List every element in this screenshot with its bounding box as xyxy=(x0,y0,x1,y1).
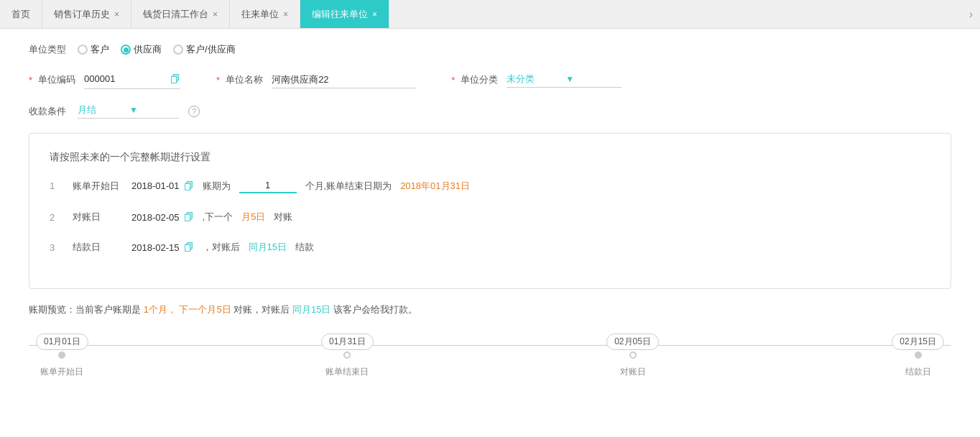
unit-code-input[interactable] xyxy=(84,70,170,87)
timeline-point-1: 01月01日 账单开始日 xyxy=(36,334,88,378)
preview-part3: 对账，对账后 xyxy=(234,304,290,315)
row-num-1: 1 xyxy=(50,180,64,191)
radio-circle-supplier xyxy=(121,45,131,55)
timeline-dot-2 xyxy=(343,351,351,359)
tab-partner-list-close[interactable]: × xyxy=(283,9,288,19)
timeline-dot-4 xyxy=(915,351,922,359)
unit-type-label: 单位类型 xyxy=(29,43,66,56)
tab-home[interactable]: 首页 xyxy=(0,0,42,28)
payment-terms-value: 月结 xyxy=(78,104,126,116)
payment-cal-icon[interactable]: 🗍 xyxy=(184,242,194,253)
radio-supplier[interactable]: 供应商 xyxy=(121,43,162,56)
radio-customer-label: 客户 xyxy=(91,43,109,56)
tab-sales-history-close[interactable]: × xyxy=(114,9,119,19)
unit-code-label: 单位编码 xyxy=(38,73,75,86)
timeline-badge-2: 01月31日 xyxy=(321,334,374,350)
unit-code-icon[interactable]: 🗍 xyxy=(170,73,180,85)
reconcile-date-wrap: 2018-02-05 🗍 xyxy=(131,211,194,223)
period-end-date: 2018年01月31日 xyxy=(400,180,470,193)
payment-desc-highlight: 同月15日 xyxy=(249,241,287,254)
preview-part1: 1个月， xyxy=(144,304,177,315)
row-label-1: 账单开始日 xyxy=(73,180,123,193)
preview-part5: 该客户会给我打款。 xyxy=(333,304,417,315)
preview-part4: 同月15日 xyxy=(292,304,330,315)
reconcile-row: 2 对账日 2018-02-05 🗍 ,下一个 月5日 对账 xyxy=(50,211,930,224)
tab-bar: 首页 销售订单历史 × 钱货日清工作台 × 往来单位 × 编辑往来单位 × › xyxy=(0,0,980,29)
timeline-dot-1 xyxy=(58,351,65,359)
radio-customer[interactable]: 客户 xyxy=(78,43,109,56)
radio-circle-customer xyxy=(78,45,88,55)
radio-both-label: 客户/供应商 xyxy=(186,43,236,56)
bill-start-cal-icon[interactable]: 🗍 xyxy=(184,180,194,192)
settings-section: 请按照未来的一个完整帐期进行设置 1 账单开始日 2018-01-01 🗍 账期… xyxy=(29,133,951,289)
row-label-2: 对账日 xyxy=(73,211,123,224)
timeline-point-2: 01月31日 账单结束日 xyxy=(321,334,374,378)
tab-edit-partner-close[interactable]: × xyxy=(372,9,377,19)
timeline-point-4: 02月15日 结款日 xyxy=(892,334,944,378)
tab-home-label: 首页 xyxy=(11,8,30,21)
reconcile-cal-icon[interactable]: 🗍 xyxy=(184,211,194,223)
period-unit-text: 个月,账单结束日期为 xyxy=(305,180,392,193)
unit-type-row: 单位类型 客户 供应商 客户/供应商 xyxy=(29,43,951,56)
radio-group-unit-type: 客户 供应商 客户/供应商 xyxy=(78,43,236,56)
reconcile-desc-post: 对账 xyxy=(274,211,292,224)
payment-desc-post: 结款 xyxy=(295,241,314,254)
bill-start-date-wrap: 2018-01-01 🗍 xyxy=(131,180,194,192)
payment-terms-label: 收款条件 xyxy=(29,105,66,118)
preview-section: 账期预览：当前客户账期是 1个月， 下一个月5日 对账，对账后 同月15日 该客… xyxy=(29,303,951,316)
tab-cash-work[interactable]: 钱货日清工作台 × xyxy=(131,0,230,28)
tab-sales-history-label: 销售订单历史 xyxy=(54,8,110,21)
timeline: 01月01日 账单开始日 01月31日 账单结束日 02月05日 对账日 02月… xyxy=(29,334,951,378)
tab-cash-work-label: 钱货日清工作台 xyxy=(143,8,208,21)
timeline-points: 01月01日 账单开始日 01月31日 账单结束日 02月05日 对账日 02月… xyxy=(36,334,944,378)
unit-name-input[interactable] xyxy=(272,71,415,88)
timeline-sublabel-1: 账单开始日 xyxy=(40,366,83,378)
unit-name-star: * xyxy=(216,75,220,86)
period-label: 账期为 xyxy=(203,180,231,193)
unit-name-group: * 单位名称 xyxy=(216,71,415,88)
payment-date-wrap: 2018-02-15 🗍 xyxy=(131,242,194,253)
preview-label: 账期预览：当前客户账期是 xyxy=(29,304,141,315)
unit-code-star: * xyxy=(29,75,32,86)
unit-code-input-wrapper: 🗍 xyxy=(84,70,180,89)
radio-both[interactable]: 客户/供应商 xyxy=(173,43,236,56)
tab-sales-history[interactable]: 销售订单历史 × xyxy=(42,0,131,28)
tab-edit-partner-label: 编辑往来单位 xyxy=(312,8,368,21)
timeline-badge-4: 02月15日 xyxy=(892,334,944,350)
timeline-point-3: 02月05日 对账日 xyxy=(606,334,659,378)
radio-supplier-label: 供应商 xyxy=(134,43,162,56)
unit-class-arrow-icon: ▼ xyxy=(565,74,621,84)
unit-class-label: 单位分类 xyxy=(461,73,498,86)
reconcile-desc-highlight: 月5日 xyxy=(241,211,265,224)
unit-class-star: * xyxy=(451,75,455,86)
unit-code-group: * 单位编码 🗍 xyxy=(29,70,180,89)
timeline-sublabel-2: 账单结束日 xyxy=(325,366,369,378)
row-label-3: 结款日 xyxy=(73,241,123,254)
row-num-2: 2 xyxy=(50,212,64,223)
unit-info-row: * 单位编码 🗍 * 单位名称 * 单位分类 未分类 ▼ xyxy=(29,70,951,89)
unit-class-dropdown[interactable]: 未分类 ▼ xyxy=(507,73,621,88)
section-title: 请按照未来的一个完整帐期进行设置 xyxy=(50,151,930,164)
preview-part2: 下一个月5日 xyxy=(179,304,231,315)
timeline-sublabel-4: 结款日 xyxy=(905,366,931,378)
payment-date-value: 2018-02-15 xyxy=(131,242,180,253)
radio-circle-both xyxy=(173,45,183,55)
unit-class-group: * 单位分类 未分类 ▼ xyxy=(451,73,621,88)
timeline-badge-1: 01月01日 xyxy=(36,334,88,350)
unit-class-value: 未分类 xyxy=(507,73,563,86)
tab-edit-partner[interactable]: 编辑往来单位 × xyxy=(300,0,389,28)
payment-desc-pre: ，对账后 xyxy=(203,241,240,254)
payment-terms-row: 收款条件 月结 ▼ ? xyxy=(29,104,951,119)
tab-partner-list-label: 往来单位 xyxy=(241,8,279,21)
tab-scroll-right[interactable]: › xyxy=(962,8,980,21)
period-input[interactable] xyxy=(239,178,297,193)
payment-date-row: 3 结款日 2018-02-15 🗍 ，对账后 同月15日 结款 xyxy=(50,241,930,254)
reconcile-date-value: 2018-02-05 xyxy=(131,212,180,223)
tab-partner-list[interactable]: 往来单位 × xyxy=(230,0,300,28)
payment-terms-dropdown[interactable]: 月结 ▼ xyxy=(78,104,178,119)
reconcile-desc-pre: ,下一个 xyxy=(203,211,234,224)
unit-name-label: 单位名称 xyxy=(226,73,263,86)
payment-terms-help-icon[interactable]: ? xyxy=(188,106,200,117)
tab-cash-work-close[interactable]: × xyxy=(213,9,218,19)
bill-start-row: 1 账单开始日 2018-01-01 🗍 账期为 个月,账单结束日期为 2018… xyxy=(50,178,930,193)
